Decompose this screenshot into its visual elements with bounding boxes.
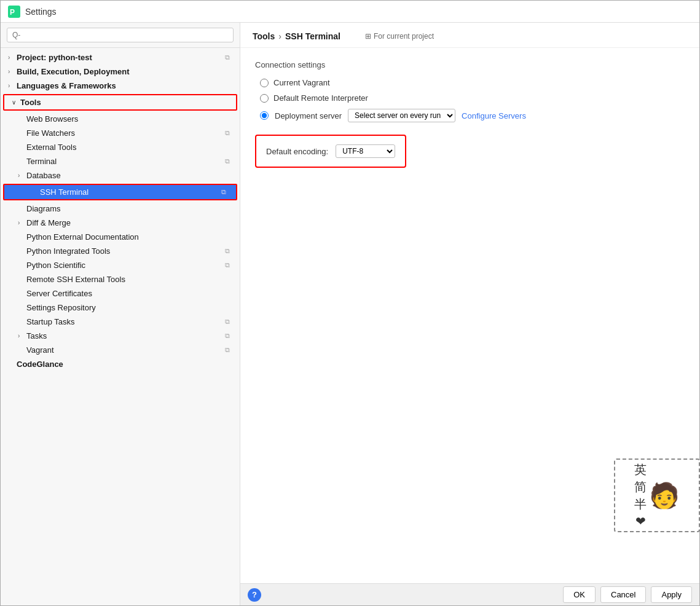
sidebar-item-label: External Tools — [26, 143, 235, 152]
sidebar-item-tasks[interactable]: › Tasks ⧉ — [1, 329, 240, 343]
sidebar-item-label: Vagrant — [26, 345, 225, 355]
sidebar-item-label: Server Certificates — [26, 289, 235, 298]
radio-row-deployment: Deployment server Select server on every… — [260, 109, 685, 122]
tools-border: ∨ Tools — [3, 94, 237, 111]
copy-icon: ⧉ — [225, 247, 235, 255]
sidebar-item-label: Database — [26, 171, 235, 180]
chevron-icon: › — [18, 172, 26, 179]
sidebar-item-python-integrated[interactable]: Python Integrated Tools ⧉ — [1, 244, 240, 258]
search-bar — [1, 23, 240, 48]
copy-icon: ⧉ — [225, 318, 235, 326]
app-icon: P — [8, 6, 20, 18]
sidebar-item-vagrant[interactable]: Vagrant ⧉ — [1, 343, 240, 357]
sidebar-item-tools[interactable]: ∨ Tools — [4, 95, 236, 109]
breadcrumb-separator: › — [278, 31, 281, 41]
sidebar-item-label: Web Browsers — [26, 114, 235, 124]
search-input[interactable] — [7, 28, 234, 42]
chevron-icon: › — [18, 219, 26, 226]
project-icon: ⊞ — [365, 32, 371, 41]
sidebar-item-external-tools[interactable]: External Tools — [1, 140, 240, 154]
ok-button[interactable]: OK — [563, 586, 596, 603]
apply-button[interactable]: Apply — [651, 586, 692, 603]
sidebar-item-diagrams[interactable]: Diagrams — [1, 202, 240, 216]
for-current-project-label: For current project — [374, 32, 434, 41]
sidebar-item-server-certs[interactable]: Server Certificates — [1, 286, 240, 301]
sidebar-item-label: File Watchers — [26, 128, 225, 138]
sidebar-tree: › Project: python-test ⧉ › Build, Execut… — [1, 48, 240, 605]
sidebar-item-label: Diff & Merge — [26, 218, 235, 227]
sidebar-item-label: SSH Terminal — [40, 187, 221, 197]
sidebar-item-python-ext-doc[interactable]: Python External Documentation — [1, 230, 240, 244]
radio-deployment[interactable] — [260, 111, 269, 120]
chevron-icon: › — [18, 333, 26, 339]
encoding-select[interactable]: UTF-8 ISO-8859-1 US-ASCII — [336, 144, 395, 158]
sidebar-item-label: Diagrams — [26, 204, 235, 213]
chevron-icon: › — [8, 54, 17, 61]
sidebar-item-codeglance[interactable]: CodeGlance — [1, 357, 240, 371]
connection-options: Current Vagrant Default Remote Interpret… — [260, 78, 685, 122]
sidebar-item-project[interactable]: › Project: python-test ⧉ — [1, 50, 240, 65]
sidebar-item-startup-tasks[interactable]: Startup Tasks ⧉ — [1, 315, 240, 329]
radio-label-deployment: Deployment server — [275, 111, 342, 120]
radio-row-remote: Default Remote Interpreter — [260, 93, 685, 103]
sidebar-item-database[interactable]: › Database — [1, 168, 240, 183]
sidebar-item-file-watchers[interactable]: File Watchers ⧉ — [1, 126, 240, 140]
server-select[interactable]: Select server on every run — [348, 109, 455, 122]
title-bar: P Settings — [1, 1, 699, 23]
encoding-box: Default encoding: UTF-8 ISO-8859-1 US-AS… — [255, 135, 406, 168]
svg-text:P: P — [10, 8, 15, 17]
encoding-label: Default encoding: — [266, 147, 328, 156]
breadcrumb: Tools › SSH Terminal — [253, 31, 340, 41]
window-title: Settings — [25, 7, 57, 17]
breadcrumb-current: SSH Terminal — [285, 31, 340, 41]
settings-window: P Settings › Project: python-test ⧉ — [0, 0, 700, 606]
sidebar: › Project: python-test ⧉ › Build, Execut… — [1, 23, 240, 605]
sidebar-item-python-scientific[interactable]: Python Scientific ⧉ — [1, 258, 240, 272]
sidebar-item-label: Settings Repository — [26, 303, 235, 312]
sidebar-item-label: Tools — [20, 98, 231, 107]
sidebar-item-build[interactable]: › Build, Execution, Deployment — [1, 65, 240, 79]
sidebar-item-remote-ssh[interactable]: Remote SSH External Tools — [1, 272, 240, 286]
radio-label-remote: Default Remote Interpreter — [273, 93, 368, 103]
sidebar-item-label: Tasks — [26, 331, 225, 340]
sidebar-item-label: Startup Tasks — [26, 317, 225, 326]
sidebar-item-label: Project: python-test — [17, 53, 225, 62]
sidebar-item-label: Languages & Frameworks — [17, 81, 235, 90]
sidebar-item-diff-merge[interactable]: › Diff & Merge — [1, 216, 240, 230]
copy-icon: ⧉ — [225, 346, 235, 354]
radio-remote[interactable] — [260, 94, 269, 103]
sidebar-item-ssh-terminal[interactable]: SSH Terminal ⧉ — [4, 185, 236, 199]
connection-section-label: Connection settings — [255, 60, 685, 69]
sidebar-item-label: CodeGlance — [17, 360, 235, 369]
sticker-overlay: 英简半❤ 🧑 — [614, 458, 700, 532]
ssh-terminal-border: SSH Terminal ⧉ — [3, 184, 237, 200]
chevron-icon: › — [8, 82, 17, 89]
copy-icon: ⧉ — [225, 157, 235, 165]
sidebar-item-label: Python Integrated Tools — [26, 246, 225, 256]
main-header: Tools › SSH Terminal ⊞ For current proje… — [240, 23, 699, 48]
help-button[interactable]: ? — [248, 588, 261, 602]
copy-icon: ⧉ — [225, 53, 235, 61]
sidebar-item-languages[interactable]: › Languages & Frameworks — [1, 79, 240, 93]
radio-vagrant[interactable] — [260, 79, 269, 87]
sidebar-item-label: Remote SSH External Tools — [26, 275, 235, 284]
copy-icon: ⧉ — [225, 332, 235, 340]
radio-label-vagrant: Current Vagrant — [273, 78, 330, 87]
sticker-content: 英简半❤ 🧑 — [634, 461, 680, 530]
for-current-project: ⊞ For current project — [365, 32, 434, 41]
bottom-bar: ? OK Cancel Apply — [240, 583, 699, 605]
chevron-down-icon: ∨ — [12, 99, 20, 106]
sticker-figure: 🧑 — [649, 481, 680, 510]
sidebar-item-web-browsers[interactable]: Web Browsers — [1, 112, 240, 126]
copy-icon: ⧉ — [225, 261, 235, 269]
sticker-text: 英简半❤ — [634, 461, 647, 530]
copy-icon: ⧉ — [225, 129, 235, 137]
configure-servers-link[interactable]: Configure Servers — [462, 111, 526, 120]
sidebar-item-terminal[interactable]: Terminal ⧉ — [1, 154, 240, 168]
cancel-button[interactable]: Cancel — [600, 586, 646, 603]
copy-icon: ⧉ — [221, 188, 231, 196]
sidebar-item-label: Python Scientific — [26, 261, 225, 270]
breadcrumb-parent: Tools — [253, 31, 275, 41]
sidebar-item-label: Terminal — [26, 157, 225, 166]
sidebar-item-settings-repo[interactable]: Settings Repository — [1, 301, 240, 315]
